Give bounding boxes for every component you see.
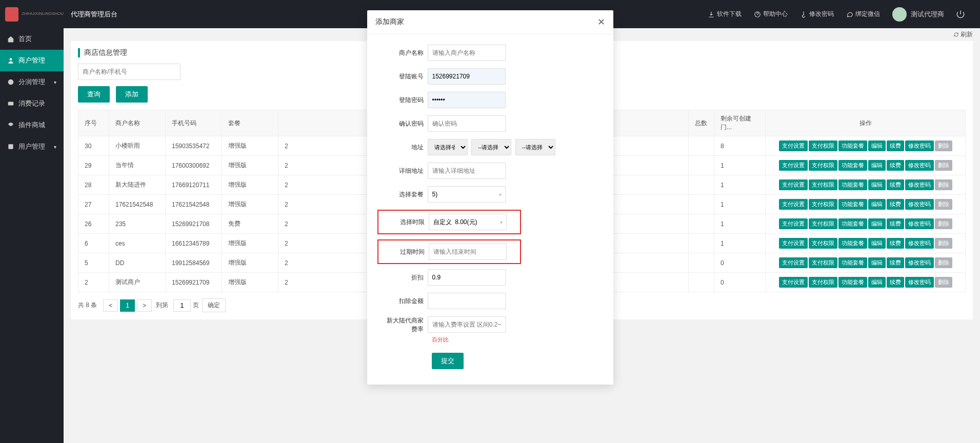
cell-total (689, 214, 714, 234)
btn-pay-set[interactable]: 支付设置 (779, 218, 808, 229)
btn-pay-set[interactable]: 支付设置 (779, 238, 808, 249)
btn-func-plan[interactable]: 功能套餐 (838, 277, 867, 288)
btn-edit[interactable]: 编辑 (868, 140, 886, 151)
input-expire[interactable] (429, 244, 507, 260)
btn-chg-pwd[interactable]: 修改密码 (905, 277, 934, 288)
btn-renew[interactable]: 续费 (887, 160, 904, 171)
top-logout[interactable] (950, 4, 971, 25)
search-input[interactable] (78, 64, 181, 80)
btn-func-plan[interactable]: 功能套餐 (838, 199, 867, 210)
btn-func-plan[interactable]: 功能套餐 (838, 179, 867, 190)
btn-renew[interactable]: 续费 (887, 179, 904, 190)
input-deduct[interactable] (428, 293, 506, 309)
btn-delete[interactable]: 删除 (935, 140, 952, 151)
input-login-password[interactable] (428, 92, 506, 108)
btn-func-plan[interactable]: 功能套餐 (838, 160, 867, 171)
btn-edit[interactable]: 编辑 (868, 199, 886, 210)
btn-pay-set[interactable]: 支付设置 (779, 140, 808, 151)
btn-pay-perm[interactable]: 支付权限 (809, 257, 837, 268)
btn-delete[interactable]: 删除 (935, 160, 952, 171)
btn-pay-set[interactable]: 支付设置 (779, 277, 808, 288)
btn-func-plan[interactable]: 功能套餐 (838, 238, 867, 249)
btn-delete[interactable]: 删除 (935, 179, 952, 190)
sidebar-item-plugin[interactable]: 插件商城 (0, 114, 64, 136)
page-next[interactable]: > (137, 299, 152, 312)
power-icon (956, 10, 965, 19)
input-detail-address[interactable] (428, 163, 506, 179)
btn-func-plan[interactable]: 功能套餐 (838, 218, 867, 229)
btn-func-plan[interactable]: 功能套餐 (838, 257, 867, 268)
btn-pay-perm[interactable]: 支付权限 (809, 179, 837, 190)
btn-chg-pwd[interactable]: 修改密码 (905, 257, 934, 268)
select-plan[interactable] (428, 186, 506, 203)
add-button[interactable]: 添加 (116, 86, 148, 103)
btn-pay-set[interactable]: 支付设置 (779, 199, 808, 210)
btn-renew[interactable]: 续费 (887, 218, 904, 229)
cell-ops: 支付设置支付权限功能套餐编辑续费修改密码删除 (766, 273, 966, 292)
select-city[interactable]: --请选择市区 (471, 139, 511, 155)
btn-chg-pwd[interactable]: 修改密码 (905, 238, 934, 249)
btn-renew[interactable]: 续费 (887, 277, 904, 288)
input-login-account[interactable] (428, 68, 506, 85)
btn-delete[interactable]: 删除 (935, 218, 952, 229)
top-user[interactable]: 测试代理商 (886, 7, 950, 22)
btn-pay-perm[interactable]: 支付权限 (809, 199, 837, 210)
top-bind-wechat[interactable]: 绑定微信 (840, 0, 886, 28)
btn-edit[interactable]: 编辑 (868, 238, 886, 249)
sidebar-item-merchant[interactable]: 商户管理 (0, 50, 64, 71)
users-icon (7, 143, 14, 150)
btn-pay-set[interactable]: 支付设置 (779, 179, 808, 190)
btn-chg-pwd[interactable]: 修改密码 (905, 160, 934, 171)
submit-button[interactable]: 提交 (432, 353, 464, 369)
btn-chg-pwd[interactable]: 修改密码 (905, 179, 934, 190)
btn-chg-pwd[interactable]: 修改密码 (905, 199, 934, 210)
btn-edit[interactable]: 编辑 (868, 179, 886, 190)
btn-renew[interactable]: 续费 (887, 238, 904, 249)
btn-edit[interactable]: 编辑 (868, 277, 886, 288)
goto-confirm[interactable]: 确定 (202, 298, 226, 312)
input-merchant-name[interactable] (428, 45, 506, 61)
btn-func-plan[interactable]: 功能套餐 (838, 140, 867, 151)
refresh-button[interactable]: 刷新 (953, 31, 973, 38)
btn-pay-perm[interactable]: 支付权限 (809, 160, 837, 171)
modal-close-button[interactable]: ✕ (597, 16, 605, 28)
btn-delete[interactable]: 删除 (935, 199, 952, 210)
btn-delete[interactable]: 删除 (935, 238, 952, 249)
btn-chg-pwd[interactable]: 修改密码 (905, 140, 934, 151)
btn-pay-set[interactable]: 支付设置 (779, 160, 808, 171)
btn-edit[interactable]: 编辑 (868, 257, 886, 268)
btn-delete[interactable]: 删除 (935, 277, 952, 288)
btn-pay-perm[interactable]: 支付权限 (809, 277, 837, 288)
cell-seq: 28 (78, 175, 109, 195)
btn-renew[interactable]: 续费 (887, 257, 904, 268)
top-download[interactable]: 软件下载 (702, 0, 748, 28)
btn-chg-pwd[interactable]: 修改密码 (905, 218, 934, 229)
page-1[interactable]: 1 (120, 299, 135, 312)
sidebar-item-home[interactable]: 首页 (0, 28, 64, 50)
btn-renew[interactable]: 续费 (887, 140, 904, 151)
goto-page-input[interactable] (173, 299, 191, 312)
top-help[interactable]: 帮助中心 (748, 0, 794, 28)
search-button[interactable]: 查询 (78, 86, 110, 103)
cell-seq: 26 (78, 214, 109, 234)
btn-delete[interactable]: 删除 (935, 257, 952, 268)
sidebar-item-consume[interactable]: 消费记录 (0, 93, 64, 114)
btn-pay-perm[interactable]: 支付权限 (809, 238, 837, 249)
input-discount[interactable] (428, 269, 506, 286)
select-duration[interactable] (429, 214, 507, 230)
btn-pay-perm[interactable]: 支付权限 (809, 218, 837, 229)
btn-pay-perm[interactable]: 支付权限 (809, 140, 837, 151)
btn-renew[interactable]: 续费 (887, 199, 904, 210)
sidebar-item-user[interactable]: 用户管理 ▾ (0, 136, 64, 157)
page-prev[interactable]: < (103, 299, 118, 312)
btn-pay-set[interactable]: 支付设置 (779, 257, 808, 268)
top-change-pwd[interactable]: 修改密码 (794, 0, 840, 28)
input-confirm-password[interactable] (428, 115, 506, 132)
select-province[interactable]: 请选择省 (428, 139, 468, 155)
sidebar-item-profit[interactable]: 分润管理 ▾ (0, 71, 64, 93)
btn-edit[interactable]: 编辑 (868, 218, 886, 229)
input-rate[interactable] (428, 316, 506, 333)
cell-remain: 0 (714, 253, 766, 273)
select-district[interactable]: --请选择市县 (515, 139, 555, 155)
btn-edit[interactable]: 编辑 (868, 160, 886, 171)
